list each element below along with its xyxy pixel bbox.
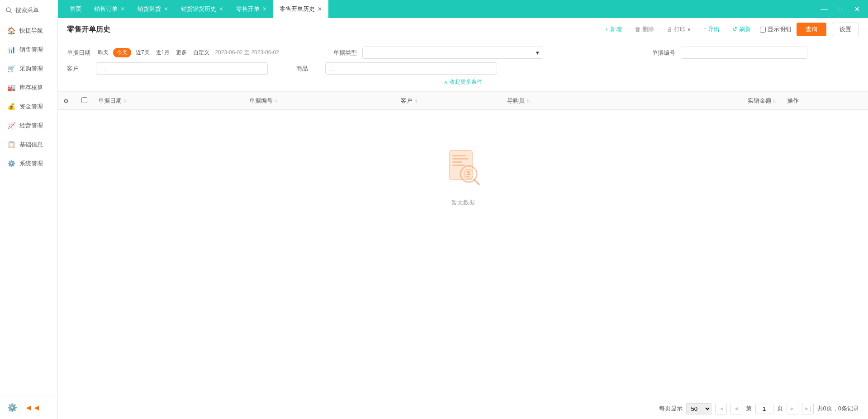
page-number-input[interactable] (755, 404, 773, 414)
date-option-more[interactable]: 更多 (174, 48, 189, 57)
pagination: 每页显示 50 10 20 100 |◄ ◄ 第 页 ► ►| 共0页，0条记录 (58, 398, 868, 419)
warehouse-icon: 🏭 (7, 84, 16, 92)
collapse-filter-bar[interactable]: ∧ 收起更多条件 (67, 78, 859, 86)
add-button[interactable]: + 新增 (602, 24, 626, 35)
col-date-label: 单据日期 (98, 97, 122, 104)
settings-button[interactable]: 设置 (832, 23, 859, 36)
product-label: 商品 (296, 65, 322, 73)
col-date: 单据日期 ⇅ (93, 92, 244, 110)
info-icon: 📋 (7, 141, 16, 149)
date-option-today[interactable]: 今天 (113, 48, 131, 57)
page-word: 第 (746, 405, 752, 413)
sidebar-item-finance[interactable]: 💰 资金管理 (0, 97, 57, 116)
sidebar-item-purchase-mgmt[interactable]: 🛒 采购管理 (0, 59, 57, 78)
date-option-7days[interactable]: 近7天 (134, 48, 152, 57)
tab-sales-return-history[interactable]: 销货退货历史 ✕ (175, 0, 230, 18)
chart-icon: 📊 (7, 46, 16, 54)
tab-home-label: 首页 (70, 5, 81, 13)
empty-row: 暂无数据 (58, 110, 868, 243)
col-customer-label: 客户 (401, 97, 413, 104)
table-settings-icon[interactable]: ⚙ (63, 98, 69, 104)
per-page-select[interactable]: 50 10 20 100 (686, 403, 711, 414)
query-button[interactable]: 查询 (797, 23, 826, 36)
toolbar: + 新增 🗑 删除 🖨 打印 ▾ ↑ 导出 ↺ 刷新 显示明细 (602, 23, 859, 36)
product-input[interactable]: … (325, 62, 497, 75)
date-filter: 单据日期 昨天 今天 近7天 近1月 更多 自定义 2023-06-02 至 2… (67, 48, 326, 57)
page-title: 零售开单历史 (67, 25, 602, 34)
delete-button[interactable]: 🗑 删除 (631, 24, 658, 35)
customer-input[interactable]: … (96, 62, 268, 75)
col-order-no: 单据编号 ⇅ (244, 92, 395, 110)
minimize-button[interactable]: — (818, 4, 830, 14)
show-detail-checkbox[interactable] (760, 27, 766, 33)
show-detail-checkbox-label[interactable]: 显示明细 (760, 25, 791, 33)
empty-illustration (441, 146, 486, 191)
gear-icon: ⚙️ (7, 160, 16, 168)
sidebar-search[interactable]: 搜索采单 (0, 0, 57, 21)
tab-sales-order-close[interactable]: ✕ (120, 6, 125, 12)
tab-retail-open-history-close[interactable]: ✕ (318, 6, 322, 12)
date-option-custom[interactable]: 自定义 (191, 48, 211, 57)
tab-retail-open[interactable]: 零售开单 ✕ (230, 0, 273, 18)
date-option-yesterday[interactable]: 昨天 (96, 48, 110, 57)
home-icon: 🏠 (7, 27, 16, 35)
tab-retail-open-close[interactable]: ✕ (262, 6, 267, 12)
sidebar-item-operations[interactable]: 📈 经营管理 (0, 116, 57, 135)
sidebar-item-inventory[interactable]: 🏭 库存核算 (0, 78, 57, 97)
tab-sales-return[interactable]: 销货退货 ✕ (131, 0, 175, 18)
svg-rect-3 (452, 155, 466, 156)
col-order-no-sort[interactable]: ⇅ (275, 99, 278, 104)
tab-sales-return-close[interactable]: ✕ (164, 6, 168, 12)
tab-sales-return-history-label: 销货退货历史 (181, 5, 216, 13)
table-header: ⚙ 单据日期 ⇅ 单据编号 ⇅ (58, 92, 868, 110)
svg-rect-6 (452, 165, 465, 166)
svg-rect-11 (466, 174, 471, 175)
type-filter-select[interactable]: ▾ (362, 47, 543, 59)
sidebar-search-label: 搜索采单 (15, 6, 39, 14)
type-filter-label: 单据类型 (333, 49, 359, 57)
col-salesperson-sort[interactable]: ⇅ (526, 99, 530, 104)
print-button[interactable]: 🖨 打印 ▾ (663, 24, 695, 35)
col-customer-sort[interactable]: ⇅ (414, 99, 417, 104)
sidebar-item-sales-mgmt[interactable]: 📊 销售管理 (0, 40, 57, 59)
maximize-button[interactable]: □ (836, 4, 846, 14)
date-option-1month[interactable]: 近1月 (154, 48, 172, 57)
window-controls: — □ ✕ (818, 4, 863, 14)
col-date-sort[interactable]: ⇅ (123, 99, 127, 104)
collapse-sidebar-icon[interactable]: ◄◄ (24, 403, 41, 413)
tab-home[interactable]: 首页 (63, 0, 88, 18)
money-icon: 💰 (7, 103, 16, 111)
empty-state: 暂无数据 (58, 110, 868, 243)
tab-sales-order[interactable]: 销售订单 ✕ (88, 0, 131, 18)
sidebar-item-quick-nav[interactable]: 🏠 快捷导航 (0, 21, 57, 40)
prev-page-button[interactable]: ◄ (730, 403, 742, 414)
col-amount: 实销金额 ⇅ (631, 92, 782, 110)
order-no-input[interactable] (681, 47, 807, 59)
close-window-button[interactable]: ✕ (851, 4, 863, 14)
customer-label: 客户 (67, 65, 92, 73)
print-dropdown-icon[interactable]: ▾ (688, 26, 691, 33)
last-page-button[interactable]: ►| (802, 403, 814, 414)
svg-point-0 (6, 8, 10, 12)
filter-row-1: 单据日期 昨天 今天 近7天 近1月 更多 自定义 2023-06-02 至 2… (67, 47, 859, 59)
tab-retail-open-history[interactable]: 零售开单历史 ✕ (273, 0, 328, 18)
first-page-button[interactable]: |◄ (715, 403, 727, 414)
settings-icon[interactable]: ⚙️ (7, 403, 17, 413)
sidebar-item-quick-nav-label: 快捷导航 (19, 27, 43, 35)
content-area: 零售开单历史 + 新增 🗑 删除 🖨 打印 ▾ ↑ 导出 ↺ 刷新 (58, 18, 868, 419)
type-select-arrow: ▾ (536, 49, 539, 56)
sidebar-item-basic-info[interactable]: 📋 基础信息 (0, 135, 57, 154)
refresh-button[interactable]: ↺ 刷新 (729, 24, 754, 35)
tab-sales-return-label: 销货退货 (138, 5, 161, 13)
operations-icon: 📈 (7, 122, 16, 130)
col-amount-sort[interactable]: ⇅ (773, 99, 776, 104)
export-button[interactable]: ↑ 导出 (700, 24, 723, 35)
select-all-checkbox[interactable] (81, 97, 87, 103)
sidebar-item-sys-mgmt-label: 系统管理 (19, 160, 43, 168)
page-header: 零售开单历史 + 新增 🗑 删除 🖨 打印 ▾ ↑ 导出 ↺ 刷新 (58, 18, 868, 41)
tab-sales-return-history-close[interactable]: ✕ (219, 6, 223, 12)
sidebar-item-sys-mgmt[interactable]: ⚙️ 系统管理 (0, 154, 57, 173)
order-no-label: 单据编号 (652, 49, 677, 57)
col-salesperson: 导购员 ⇅ (502, 92, 631, 110)
next-page-button[interactable]: ► (787, 403, 798, 414)
